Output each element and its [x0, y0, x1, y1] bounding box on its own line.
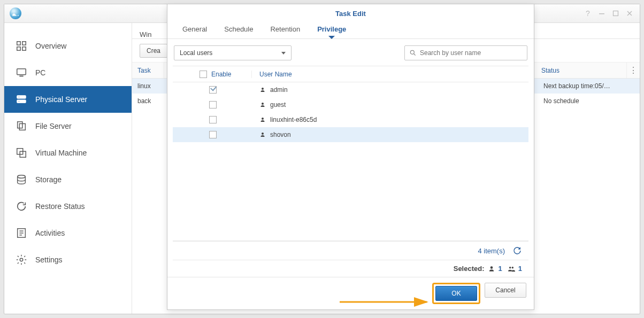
ok-highlight: OK	[432, 283, 480, 304]
sidebar-item-label: File Server	[35, 122, 72, 130]
monitor-icon	[15, 66, 28, 79]
enable-checkbox[interactable]	[209, 86, 217, 94]
svg-rect-4	[17, 47, 20, 50]
user-row[interactable]: linuxhint-e86c5d	[173, 112, 528, 127]
more-col-icon[interactable]: ⋮	[627, 63, 640, 78]
sidebar-item-label: Overview	[35, 42, 66, 50]
dialog-tabs: General Schedule Retention Privilege	[167, 21, 534, 39]
enable-all-checkbox[interactable]	[200, 71, 207, 78]
search-input[interactable]	[404, 45, 527, 60]
sidebar-item-activities[interactable]: Activities	[4, 220, 132, 246]
select-value: Local users	[180, 49, 212, 57]
sidebar-item-label: Storage	[35, 175, 62, 184]
activities-icon	[15, 227, 28, 239]
tab-privilege[interactable]: Privilege	[314, 21, 349, 38]
sidebar-item-label: Virtual Machine	[35, 149, 87, 157]
svg-rect-7	[19, 76, 23, 77]
tab-retention[interactable]: Retention	[267, 21, 303, 38]
enable-checkbox[interactable]	[209, 131, 217, 138]
grid-icon	[15, 40, 28, 52]
item-count: 4 item(s)	[478, 247, 505, 255]
cancel-button[interactable]: Cancel	[485, 283, 526, 298]
sidebar-item-label: Activities	[35, 229, 65, 237]
tab-schedule[interactable]: Schedule	[221, 21, 256, 38]
storage-icon	[15, 173, 28, 186]
svg-point-11	[19, 101, 20, 102]
svg-rect-1	[614, 11, 618, 16]
sidebar-item-pc[interactable]: PC	[4, 59, 132, 86]
enable-col-header[interactable]: Enable	[211, 71, 231, 78]
user-icon	[259, 87, 266, 93]
dialog-title: Task Edit	[167, 4, 534, 21]
sidebar-item-overview[interactable]: Overview	[4, 33, 132, 59]
username: guest	[270, 101, 286, 108]
sidebar: Overview PC Physical Server File Server …	[4, 23, 132, 314]
svg-rect-12	[18, 122, 22, 128]
sidebar-item-settings[interactable]: Settings	[4, 246, 132, 273]
dialog-footer: OK Cancel	[167, 277, 534, 309]
user-row[interactable]: guest	[173, 97, 528, 112]
selected-summary: Selected: 1 1	[173, 260, 528, 277]
svg-point-10	[19, 97, 20, 98]
vm-icon	[15, 146, 28, 159]
user-scope-select[interactable]: Local users	[174, 45, 292, 60]
gear-icon	[15, 253, 28, 266]
maximize-button[interactable]	[611, 9, 620, 18]
enable-checkbox[interactable]	[209, 116, 217, 123]
selected-user-count: 1	[499, 265, 502, 273]
task-col-header[interactable]: Task	[132, 63, 164, 78]
sidebar-item-virtual-machine[interactable]: Virtual Machine	[4, 139, 132, 166]
search-field[interactable]	[420, 49, 523, 57]
svg-rect-3	[22, 42, 26, 45]
help-button[interactable]: ?	[583, 9, 593, 18]
server-icon	[15, 93, 28, 106]
svg-rect-5	[22, 47, 26, 50]
svg-point-18	[20, 258, 23, 261]
minimize-button[interactable]	[597, 9, 607, 18]
user-table-head: Enable User Name	[173, 66, 528, 82]
tab-win[interactable]: Win	[140, 30, 151, 38]
tab-general[interactable]: General	[179, 21, 210, 38]
svg-rect-0	[599, 13, 604, 14]
file-server-icon	[15, 120, 28, 133]
svg-rect-6	[17, 69, 26, 75]
restore-icon	[15, 200, 28, 213]
username-col-header[interactable]: User Name	[252, 71, 528, 78]
selected-group-count: 1	[518, 265, 522, 273]
group-icon	[508, 265, 515, 273]
user-icon	[259, 117, 266, 123]
create-button[interactable]: Crea	[140, 44, 167, 58]
sidebar-item-physical-server[interactable]: Physical Server	[4, 86, 132, 113]
sidebar-item-file-server[interactable]: File Server	[4, 113, 132, 139]
ok-button[interactable]: OK	[435, 286, 477, 301]
sidebar-item-storage[interactable]: Storage	[4, 166, 132, 193]
sidebar-item-label: PC	[35, 68, 45, 77]
refresh-icon[interactable]	[512, 246, 522, 255]
svg-rect-2	[17, 42, 20, 45]
user-icon	[488, 265, 495, 273]
user-table: Enable User Name admin guest linuxhint-e…	[173, 66, 528, 241]
status-col-header[interactable]: Status	[536, 63, 627, 78]
sidebar-item-restore-status[interactable]: Restore Status	[4, 193, 132, 220]
sidebar-item-label: Restore Status	[35, 202, 85, 211]
user-icon	[259, 131, 266, 138]
username: shovon	[270, 131, 291, 138]
enable-checkbox[interactable]	[209, 101, 217, 108]
user-row[interactable]: shovon	[173, 127, 528, 142]
search-icon	[409, 49, 417, 57]
svg-point-16	[18, 175, 26, 179]
user-row[interactable]: admin	[173, 82, 528, 97]
chevron-down-icon	[281, 52, 286, 55]
sidebar-item-label: Physical Server	[35, 95, 87, 104]
close-button[interactable]	[625, 9, 634, 18]
app-logo-icon	[10, 7, 21, 19]
task-edit-dialog: Task Edit General Schedule Retention Pri…	[167, 4, 534, 310]
sidebar-item-label: Settings	[35, 255, 63, 264]
username: admin	[270, 86, 288, 94]
user-icon	[259, 102, 266, 108]
svg-point-19	[410, 50, 414, 54]
username: linuxhint-e86c5d	[270, 116, 317, 123]
